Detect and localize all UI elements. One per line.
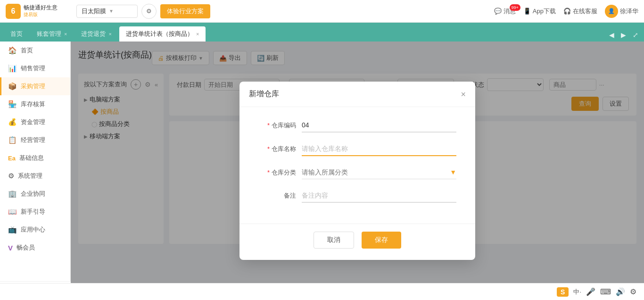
tab-account[interactable]: 账套管理 × xyxy=(30,26,74,42)
s-logo-area: S xyxy=(557,287,569,297)
sidebar-item-finance[interactable]: 💰 资金管理 xyxy=(0,113,70,131)
gear-icon: ⚙ xyxy=(146,8,152,15)
brand-name: 畅捷通好生意 xyxy=(24,4,58,12)
app-center-icon: 📺 xyxy=(8,225,17,234)
settings-icon-btn[interactable]: ⚙ xyxy=(141,4,157,19)
note-input[interactable] xyxy=(302,189,456,203)
app-download-label: App下载 xyxy=(533,7,556,16)
app-logo-icon: 6 xyxy=(6,4,21,19)
tab-expand-icon[interactable]: ⤢ xyxy=(631,30,640,40)
store-selector[interactable]: 日太阳膜 ▼ xyxy=(76,5,138,18)
cancel-button[interactable]: 取消 xyxy=(314,232,354,249)
sidebar-vip-label: 畅会员 xyxy=(17,243,35,252)
messages-btn[interactable]: 💬 消息 99+ xyxy=(494,7,516,16)
sidebar-item-home[interactable]: 🏠 首页 xyxy=(0,42,70,59)
sidebar-app-center-label: 应用中心 xyxy=(21,225,45,234)
form-row-category: 仓库分类 ▼ xyxy=(258,166,456,179)
sidebar: 🏠 首页 📊 销售管理 📦 采购管理 🏪 库存核算 💰 资金管理 📋 经营管理 … xyxy=(0,42,71,300)
logo-area: 6 畅捷通好生意 捷易版 xyxy=(6,4,76,19)
sidebar-item-enterprise[interactable]: 🏢 企业协同 xyxy=(0,185,70,203)
finance-icon: 💰 xyxy=(8,118,17,126)
sidebar-item-operation[interactable]: 📋 经营管理 xyxy=(0,131,70,149)
headset-icon: 🎧 xyxy=(563,8,571,15)
content-area: 进货单统计(按商品) 🖨 按模板打印 ▼ 📤 导出 🔄 刷新 xyxy=(71,42,644,300)
sidebar-item-inventory[interactable]: 🏪 库存核算 xyxy=(0,95,70,113)
tab-purchase-return-close[interactable]: × xyxy=(108,31,111,37)
s-logo: S xyxy=(561,288,565,296)
note-label: 备注 xyxy=(258,192,296,200)
sidebar-finance-label: 资金管理 xyxy=(21,118,45,126)
modal-title: 新增仓库 xyxy=(249,89,279,99)
messages-badge: 99+ xyxy=(510,4,520,11)
user-profile-btn[interactable]: 👤 徐泽华 xyxy=(605,5,638,18)
save-button[interactable]: 保存 xyxy=(362,232,401,249)
tab-prev-icon[interactable]: ◀ xyxy=(607,30,616,40)
trial-button[interactable]: 体验行业方案 xyxy=(160,4,210,18)
modal-body: 仓库编码 仓库名称 仓库分类 ▼ xyxy=(239,107,475,224)
online-service-label: 在线客服 xyxy=(573,7,597,16)
sidebar-item-purchase[interactable]: 📦 采购管理 xyxy=(0,77,70,95)
guide-icon: 📖 xyxy=(8,208,17,216)
sidebar-item-sales[interactable]: 📊 销售管理 xyxy=(0,59,70,77)
sidebar-item-basic-info[interactable]: Ea 基础信息 xyxy=(0,149,70,167)
store-name: 日太阳膜 xyxy=(82,7,106,16)
bottom-settings-icon[interactable]: ⚙ xyxy=(630,287,636,296)
bottom-bar: S 中· 🎤 ⌨ 🔊 ⚙ xyxy=(0,283,644,300)
modal-header: 新增仓库 × xyxy=(239,82,475,107)
tab-purchase-return[interactable]: 进货退货 × xyxy=(74,26,118,42)
home-icon: 🏠 xyxy=(8,46,17,55)
tab-home-label: 首页 xyxy=(10,30,23,38)
name-label: 仓库名称 xyxy=(258,145,296,153)
sidebar-item-guide[interactable]: 📖 新手引导 xyxy=(0,203,70,221)
purchase-icon: 📦 xyxy=(8,82,17,91)
new-warehouse-modal: 新增仓库 × 仓库编码 仓库名称 仓库分类 xyxy=(239,82,475,260)
sidebar-home-label: 首页 xyxy=(21,46,33,55)
enterprise-icon: 🏢 xyxy=(8,190,17,198)
tab-stats[interactable]: 进货单统计表（按商品） × xyxy=(119,26,206,42)
volume-icon[interactable]: 🔊 xyxy=(616,287,625,296)
tab-stats-label: 进货单统计表（按商品） xyxy=(126,30,193,38)
tab-home[interactable]: 首页 xyxy=(4,26,29,42)
sidebar-item-app-center[interactable]: 📺 应用中心 xyxy=(0,221,70,239)
mic-icon[interactable]: 🎤 xyxy=(586,287,595,296)
form-row-code: 仓库编码 xyxy=(258,118,456,133)
tab-purchase-return-label: 进货退货 xyxy=(81,30,106,38)
tab-stats-close[interactable]: × xyxy=(196,31,199,37)
sidebar-operation-label: 经营管理 xyxy=(21,136,45,144)
tab-account-label: 账套管理 xyxy=(37,30,61,38)
brand-info: 畅捷通好生意 捷易版 xyxy=(24,4,58,18)
app-download-btn[interactable]: 📱 App下载 xyxy=(523,7,556,16)
code-label: 仓库编码 xyxy=(258,121,296,130)
basic-info-icon: Ea xyxy=(8,155,16,162)
inventory-icon: 🏪 xyxy=(8,100,17,108)
name-input[interactable] xyxy=(302,142,456,156)
sidebar-guide-label: 新手引导 xyxy=(21,208,45,216)
sidebar-system-label: 系统管理 xyxy=(18,172,42,180)
sidebar-basic-info-label: 基础信息 xyxy=(19,154,44,162)
chinese-label: 中· xyxy=(573,288,581,296)
online-service-btn[interactable]: 🎧 在线客服 xyxy=(563,7,597,16)
category-label: 仓库分类 xyxy=(258,168,296,177)
sidebar-inventory-label: 库存核算 xyxy=(21,100,45,108)
sales-icon: 📊 xyxy=(8,64,17,73)
category-dropdown-icon[interactable]: ▼ xyxy=(450,168,456,176)
tab-next-icon[interactable]: ▶ xyxy=(619,30,628,40)
modal-overlay: 新增仓库 × 仓库编码 仓库名称 仓库分类 xyxy=(71,42,644,300)
category-select-row: ▼ xyxy=(302,166,456,179)
sidebar-item-vip[interactable]: V 畅会员 xyxy=(0,239,70,257)
keyboard-icon[interactable]: ⌨ xyxy=(600,287,611,296)
modal-close-btn[interactable]: × xyxy=(461,90,466,99)
tab-account-close[interactable]: × xyxy=(64,31,67,37)
code-input[interactable] xyxy=(302,118,456,133)
sidebar-item-system[interactable]: ⚙ 系统管理 xyxy=(0,167,70,185)
brand-sub: 捷易版 xyxy=(24,11,58,18)
username: 徐泽华 xyxy=(620,7,638,16)
vip-icon: V xyxy=(8,244,13,252)
dropdown-arrow-icon: ▼ xyxy=(109,8,114,14)
operation-icon: 📋 xyxy=(8,136,17,144)
system-icon: ⚙ xyxy=(8,172,14,180)
form-row-note: 备注 xyxy=(258,189,456,203)
category-input[interactable] xyxy=(302,168,450,176)
phone-icon: 📱 xyxy=(523,8,531,15)
tab-controls: ◀ ▶ ⤢ xyxy=(607,30,640,42)
